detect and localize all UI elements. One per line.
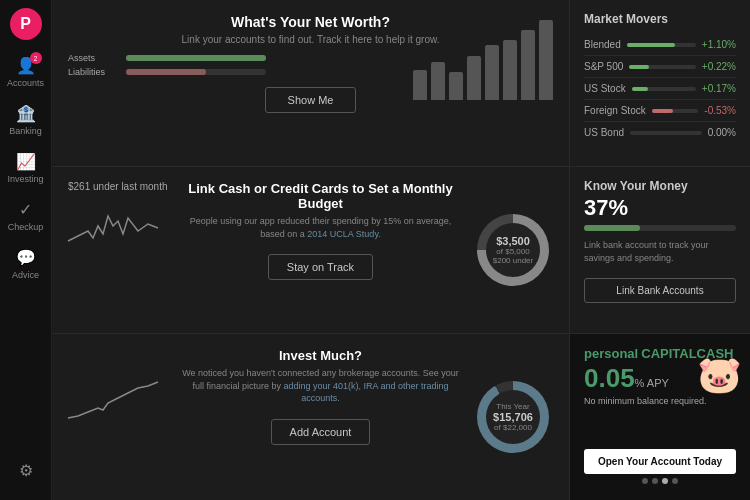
budget-right: $3,500 of $5,000 $200 under (473, 181, 553, 319)
advice-icon: 💬 (16, 248, 36, 267)
market-bar-sp500 (629, 65, 696, 69)
sidebar-label-investing: Investing (7, 174, 43, 184)
know-money-percentage: 37% (584, 195, 736, 221)
sidebar-logo[interactable]: P (10, 8, 42, 40)
link-bank-button[interactable]: Link Bank Accounts (584, 278, 736, 303)
chart-bar-7 (521, 30, 535, 100)
market-name-us-bond: US Bond (584, 127, 624, 138)
budget-center: Link Cash or Credit Cards to Set a Month… (180, 181, 461, 319)
chart-bar-3 (449, 72, 463, 100)
budget-sparkline (68, 196, 168, 256)
invest-circle-year: This Year (496, 402, 529, 411)
market-movers-panel: Market Movers Blended +1.10% S&P 500 +0 (570, 0, 750, 166)
middle-row: $261 under last month Link Cash or Credi… (52, 167, 750, 334)
circle-inner: $3,500 of $5,000 $200 under (486, 223, 540, 277)
chart-bar-2 (431, 62, 445, 100)
accounts-badge: 2 (30, 52, 42, 64)
liabilities-label: Liabilities (68, 67, 120, 77)
market-change-us-stock: +0.17% (702, 83, 736, 94)
budget-title: Link Cash or Credit Cards to Set a Month… (180, 181, 461, 211)
liabilities-bar-fill (126, 69, 206, 75)
budget-study-link[interactable]: 2014 UCLA Study. (307, 229, 380, 239)
invest-sparkline (68, 368, 168, 428)
invest-panel: Invest Much? We noticed you haven't conn… (52, 334, 570, 500)
sidebar-bottom: ⚙ (15, 453, 37, 500)
market-name-foreign: Foreign Stock (584, 105, 646, 116)
market-change-blended: +1.10% (702, 39, 736, 50)
add-account-button[interactable]: Add Account (271, 419, 371, 445)
market-change-foreign: -0.53% (704, 105, 736, 116)
sidebar-label-checkup: Checkup (8, 222, 44, 232)
sidebar: P 👤 2 Accounts 🏦 Banking 📈 Investing ✓ C… (0, 0, 52, 500)
liabilities-bar-track (126, 69, 266, 75)
top-row: What's Your Net Worth? Link your account… (52, 0, 750, 167)
show-me-button[interactable]: Show Me (265, 87, 357, 113)
checkup-icon: ✓ (19, 200, 32, 219)
pig-icon: 🐷 (697, 354, 742, 396)
accounts-icon: 👤 2 (16, 56, 36, 75)
budget-circle: $3,500 of $5,000 $200 under (477, 214, 549, 286)
market-row-us-bond: US Bond 0.00% (584, 122, 736, 143)
invest-right: This Year $15,706 of $22,000 (473, 348, 553, 486)
chart-bar-5 (485, 45, 499, 100)
circle-of: of $5,000 (496, 247, 529, 256)
chart-bar-8 (539, 20, 553, 100)
market-row-sp500: S&P 500 +0.22% (584, 56, 736, 78)
chart-bar-4 (467, 56, 481, 100)
stay-on-track-button[interactable]: Stay on Track (268, 254, 373, 280)
invest-circle: This Year $15,706 of $22,000 (477, 381, 549, 453)
market-name-blended: Blended (584, 39, 621, 50)
budget-left: $261 under last month (68, 181, 168, 319)
know-money-panel: Know Your Money 37% Link bank account to… (570, 167, 750, 333)
dot-4 (672, 478, 678, 484)
assets-bar-fill (126, 55, 266, 61)
market-row-foreign: Foreign Stock -0.53% (584, 100, 736, 122)
market-row-blended: Blended +1.10% (584, 34, 736, 56)
invest-link[interactable]: adding your 401(k), IRA and other tradin… (283, 381, 448, 404)
budget-panel: $261 under last month Link Cash or Credi… (52, 167, 570, 333)
open-account-button[interactable]: Open Your Account Today (584, 449, 736, 474)
chart-bar-6 (503, 40, 517, 100)
sidebar-item-investing[interactable]: 📈 Investing (0, 144, 51, 192)
invest-circle-inner: This Year $15,706 of $22,000 (486, 390, 540, 444)
bottom-row: Invest Much? We noticed you haven't conn… (52, 334, 750, 500)
circle-amount: $3,500 (496, 235, 530, 247)
dot-3 (662, 478, 668, 484)
know-money-title: Know Your Money (584, 179, 736, 193)
assets-label: Assets (68, 53, 120, 63)
sidebar-item-advice[interactable]: 💬 Advice (0, 240, 51, 288)
banking-icon: 🏦 (16, 104, 36, 123)
sidebar-label-banking: Banking (9, 126, 42, 136)
investing-icon: 📈 (16, 152, 36, 171)
under-label: $261 under last month (68, 181, 168, 192)
sidebar-item-settings[interactable]: ⚙ (15, 453, 37, 488)
budget-description: People using our app reduced their spend… (180, 215, 461, 240)
sidebar-label-advice: Advice (12, 270, 39, 280)
market-bar-us-stock (632, 87, 696, 91)
market-change-us-bond: 0.00% (708, 127, 736, 138)
market-movers-title: Market Movers (584, 12, 736, 26)
dot-indicator (584, 474, 736, 488)
market-change-sp500: +0.22% (702, 61, 736, 72)
market-bar-us-bond (630, 131, 702, 135)
sidebar-label-accounts: Accounts (7, 78, 44, 88)
net-worth-bar-chart (413, 20, 553, 100)
settings-icon: ⚙ (19, 461, 33, 480)
cash-apy-sup: % APY (635, 377, 669, 389)
market-bar-blended (627, 43, 696, 47)
invest-center: Invest Much? We noticed you haven't conn… (180, 348, 461, 486)
invest-circle-sub: of $22,000 (494, 423, 532, 432)
market-bar-foreign (652, 109, 699, 113)
dot-1 (642, 478, 648, 484)
market-name-us-stock: US Stock (584, 83, 626, 94)
invest-title: Invest Much? (180, 348, 461, 363)
sidebar-item-accounts[interactable]: 👤 2 Accounts (0, 48, 51, 96)
know-money-progress-fill (584, 225, 640, 231)
sidebar-item-banking[interactable]: 🏦 Banking (0, 96, 51, 144)
know-money-description: Link bank account to track your savings … (584, 239, 736, 264)
invest-left (68, 348, 168, 486)
sidebar-item-checkup[interactable]: ✓ Checkup (0, 192, 51, 240)
market-row-us-stock: US Stock +0.17% (584, 78, 736, 100)
know-money-progress-wrap (584, 225, 736, 231)
assets-bar-track (126, 55, 266, 61)
